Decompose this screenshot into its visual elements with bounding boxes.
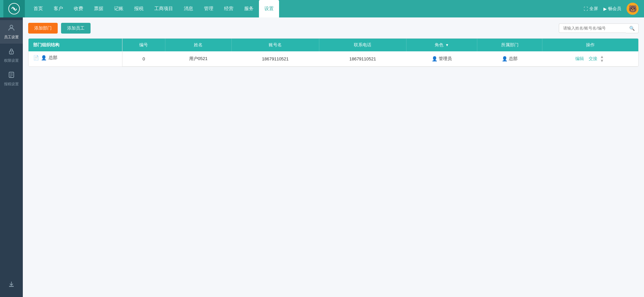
filter-icon: ▼ [445, 43, 449, 47]
cell-role: 👤 管理员 [406, 51, 477, 66]
nav-accounting[interactable]: 记账 [109, 0, 129, 17]
search-button[interactable]: 🔍 [626, 23, 639, 33]
lock-icon [8, 48, 15, 57]
content-area: 添加部门 添加员工 🔍 部门组织结构 📄 👤 总部 [23, 17, 644, 297]
member-button[interactable]: ▶ 畅会员 [603, 6, 621, 12]
department-tree: 部门组织结构 📄 👤 总部 [29, 39, 122, 66]
user-avatar[interactable]: 🐻 [627, 3, 639, 15]
download-icon [8, 281, 15, 289]
fullscreen-button[interactable]: ⛶ 全屏 [584, 6, 598, 12]
cell-actions: 编辑 交接 ▲ ▼ [542, 51, 638, 66]
nav-service[interactable]: 服务 [239, 0, 259, 17]
col-action: 操作 [542, 39, 638, 51]
table-header-row: 编号 姓名 账号名 联系电话 角色 ▼ 所属部门 操作 [122, 39, 638, 51]
sidebar-item-employee[interactable]: 员工设置 [0, 20, 23, 44]
nav-message[interactable]: 消息 [178, 0, 199, 17]
svg-rect-9 [9, 286, 14, 287]
sidebar-item-permission[interactable]: 权限设置 [0, 44, 23, 67]
sidebar-employee-label: 员工设置 [4, 35, 19, 40]
cell-account: 18679110521 [232, 51, 319, 66]
table-row: 0 用户0521 18679110521 18679110521 👤 管理员 [122, 51, 638, 66]
nav-settings[interactable]: 设置 [259, 0, 279, 17]
nav-home[interactable]: 首页 [28, 0, 48, 17]
svg-point-4 [11, 52, 12, 53]
col-phone: 联系电话 [319, 39, 406, 51]
edit-button[interactable]: 编辑 [575, 56, 584, 62]
dept-name: 总部 [49, 55, 57, 61]
search-icon: 🔍 [629, 26, 635, 31]
scroll-handle[interactable]: ▲ ▼ [599, 55, 605, 63]
toolbar: 添加部门 添加员工 🔍 [28, 23, 639, 34]
transfer-button[interactable]: 交接 [589, 56, 597, 62]
sidebar-permission-label: 权限设置 [4, 58, 19, 63]
sidebar: 员工设置 权限设置 报税设置 [0, 17, 23, 297]
main-layout: 员工设置 权限设置 报税设置 [0, 17, 644, 297]
add-department-button[interactable]: 添加部门 [28, 23, 58, 34]
search-input[interactable] [559, 23, 626, 33]
dept-icon: 👤 [502, 56, 507, 61]
nav-fee[interactable]: 收费 [68, 0, 89, 17]
role-icon: 👤 [432, 56, 437, 61]
logo[interactable] [3, 0, 25, 17]
fullscreen-label: 全屏 [589, 6, 598, 12]
col-dept: 所属部门 [477, 39, 542, 51]
col-account: 账号名 [232, 39, 319, 51]
nav-items: 首页 客户 收费 票据 记账 报税 工商项目 消息 管理 经营 服务 设置 [25, 0, 584, 17]
col-role[interactable]: 角色 ▼ [406, 39, 477, 51]
svg-point-2 [10, 25, 13, 28]
nav-commerce[interactable]: 工商项目 [149, 0, 178, 17]
sidebar-item-tax-settings[interactable]: 报税设置 [0, 67, 23, 91]
cell-id: 0 [122, 51, 165, 66]
member-label: 畅会员 [608, 6, 621, 12]
top-navigation: 首页 客户 收费 票据 记账 报税 工商项目 消息 管理 经营 服务 设置 ⛶ … [0, 0, 644, 17]
employee-layout: 部门组织结构 📄 👤 总部 编号 姓名 账号名 联系电话 [28, 38, 639, 67]
nav-manage[interactable]: 管理 [199, 0, 219, 17]
nav-invoice[interactable]: 票据 [89, 0, 109, 17]
scroll-down-icon[interactable]: ▼ [600, 59, 604, 63]
dept-tree-header: 部门组织结构 [29, 39, 122, 51]
dept-tree-item[interactable]: 📄 👤 总部 [29, 51, 122, 64]
dept-value: 总部 [509, 56, 518, 62]
sidebar-download[interactable] [0, 277, 23, 293]
col-name: 姓名 [165, 39, 232, 51]
cell-phone: 18679110521 [319, 51, 406, 66]
add-employee-button[interactable]: 添加员工 [61, 23, 91, 34]
cell-name: 用户0521 [165, 51, 232, 66]
svg-point-1 [13, 8, 15, 9]
role-value: 管理员 [439, 56, 452, 62]
sidebar-bottom [0, 277, 23, 293]
nav-operation[interactable]: 经营 [219, 0, 239, 17]
search-area: 🔍 [559, 23, 639, 33]
employee-table: 编号 姓名 账号名 联系电话 角色 ▼ 所属部门 操作 [122, 39, 638, 66]
cell-dept: 👤 总部 [477, 51, 542, 66]
employee-icon [8, 24, 15, 33]
tax-settings-icon [8, 71, 15, 80]
nav-tax[interactable]: 报税 [129, 0, 149, 17]
fullscreen-icon: ⛶ [584, 6, 588, 11]
sidebar-tax-label: 报税设置 [4, 82, 19, 87]
dept-person-icon: 👤 [41, 55, 47, 60]
play-icon: ▶ [603, 6, 607, 11]
nav-right: ⛶ 全屏 ▶ 畅会员 🐻 [584, 3, 644, 15]
col-id: 编号 [122, 39, 165, 51]
employee-table-wrapper: 编号 姓名 账号名 联系电话 角色 ▼ 所属部门 操作 [122, 39, 638, 66]
file-icon: 📄 [33, 55, 39, 60]
nav-customer[interactable]: 客户 [48, 0, 68, 17]
